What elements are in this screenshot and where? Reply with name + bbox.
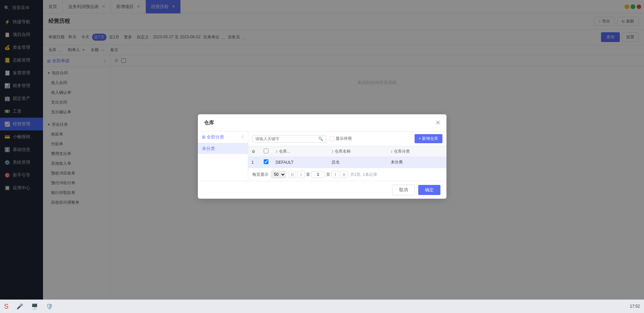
modal-table-body: 1 DEFAULT 总仓 未分类 — [248, 157, 446, 168]
search-input[interactable] — [255, 136, 317, 141]
row-index: 1 — [248, 157, 260, 168]
modal-table-wrap: ⚙ ↕ 仓库... ↕ — [248, 146, 446, 168]
row-checkbox[interactable] — [264, 159, 268, 164]
collapse-categories-icon[interactable]: 《 — [240, 134, 244, 140]
modal-table: ⚙ ↕ 仓库... ↕ — [248, 146, 446, 168]
first-page-btn[interactable]: ⟨⟨ — [289, 171, 296, 178]
th-code[interactable]: ↕ 仓库... — [272, 146, 328, 157]
confirm-button[interactable]: 确定 — [418, 185, 440, 195]
last-page-btn[interactable]: ⟩⟩ — [340, 171, 348, 178]
modal-header: 仓库 ✕ — [198, 114, 446, 131]
col-code-label: 仓库... — [279, 149, 290, 154]
cat-label: 未分类 — [202, 146, 215, 151]
grid-icon2: ⊞ — [202, 134, 206, 140]
all-categories-label: ⊞ 全部分类 — [202, 134, 224, 140]
th-checkbox[interactable] — [260, 146, 272, 157]
monitor-icon: 🖥️ — [31, 303, 38, 310]
select-all-modal-checkbox[interactable] — [264, 149, 268, 153]
show-disabled-text: 显示停用 — [336, 136, 352, 142]
row-checkbox-cell — [260, 157, 272, 168]
modal-body: ⊞ 全部分类 《 未分类 🔍 — [198, 131, 446, 181]
taskbar-app2[interactable]: 🎤 — [12, 300, 27, 313]
add-warehouse-button[interactable]: + 新增仓库 — [415, 134, 442, 143]
modal-left-header: ⊞ 全部分类 《 — [198, 131, 248, 143]
search-icon2: 🔍 — [318, 136, 323, 141]
shield-icon: 🛡️ — [46, 303, 53, 310]
all-cat-label: 全部分类 — [207, 134, 224, 140]
app-logo-icon: S — [4, 303, 8, 310]
sort-icon-code: ↕ — [276, 149, 278, 154]
cat-item-uncategorized[interactable]: 未分类 — [198, 143, 248, 154]
modal-table-header-row: ⚙ ↕ 仓库... ↕ — [248, 146, 446, 157]
show-disabled-checkbox[interactable] — [330, 136, 334, 141]
sort-icon-name: ↕ — [332, 149, 334, 154]
pagination: ⟨⟨ ⟨ 算 页 ⟩ ⟩⟩ — [289, 171, 348, 178]
modal-toolbar: 🔍 显示停用 + 新增仓库 — [248, 131, 446, 146]
modal-page-input[interactable] — [311, 171, 325, 178]
taskbar-app4[interactable]: 🛡️ — [42, 300, 57, 313]
modal-close-button[interactable]: ✕ — [435, 119, 440, 126]
search-box: 🔍 — [252, 135, 326, 143]
row-name: 总仓 — [328, 157, 387, 168]
col-cat-label: 仓库分类 — [394, 149, 410, 154]
show-disabled-label[interactable]: 显示停用 — [330, 136, 352, 142]
modal-action-footer: 取消 确定 — [198, 181, 446, 199]
modal-total-info: 共1页, 1条记录 — [350, 172, 377, 178]
mic-icon: 🎤 — [16, 303, 23, 310]
table-row[interactable]: 1 DEFAULT 总仓 未分类 — [248, 157, 446, 168]
page-size-label2: 每页显示 — [252, 172, 268, 178]
modal-pagination: 每页显示 50 ⟨⟨ ⟨ 算 页 ⟩ ⟩⟩ 共1页, 1条记录 — [248, 168, 446, 181]
row-code: DEFAULT — [272, 157, 328, 168]
col-name-label: 仓库名称 — [335, 149, 351, 154]
modal-title: 仓库 — [204, 120, 214, 126]
taskbar-apps: S 🎤 🖥️ 🛡️ — [0, 300, 57, 313]
col-settings-icon: ⚙ — [252, 149, 255, 154]
th-settings[interactable]: ⚙ — [248, 146, 260, 157]
modal-page-size-select[interactable]: 50 — [271, 171, 286, 178]
taskbar: S 🎤 🖥️ 🛡️ 17:52 — [0, 300, 644, 313]
taskbar-app3[interactable]: 🖥️ — [27, 300, 42, 313]
taskbar-app[interactable]: S — [0, 300, 12, 313]
modal-table-head: ⚙ ↕ 仓库... ↕ — [248, 146, 446, 157]
next-page-btn[interactable]: ⟩ — [332, 171, 339, 178]
row-category: 未分类 — [387, 157, 446, 168]
sort-icon-cat: ↕ — [391, 149, 393, 154]
th-category[interactable]: ↕ 仓库分类 — [387, 146, 446, 157]
cancel-button[interactable]: 取消 — [392, 185, 415, 195]
modal-overlay: 仓库 ✕ ⊞ 全部分类 《 未分类 — [0, 0, 644, 313]
modal-categories: ⊞ 全部分类 《 未分类 — [198, 131, 248, 181]
th-name[interactable]: ↕ 仓库名称 — [328, 146, 387, 157]
modal-right: 🔍 显示停用 + 新增仓库 ⚙ — [248, 131, 446, 181]
prev-page-btn[interactable]: ⟨ — [297, 171, 305, 178]
taskbar-clock: 17:52 — [630, 304, 644, 309]
warehouse-modal: 仓库 ✕ ⊞ 全部分类 《 未分类 — [198, 114, 446, 199]
